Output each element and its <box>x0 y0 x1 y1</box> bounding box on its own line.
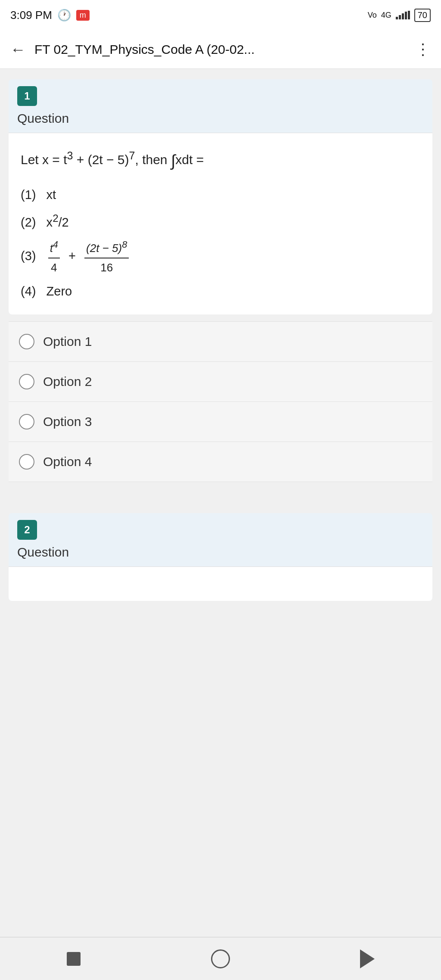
notification-icon: m <box>76 10 90 21</box>
network-4g-label: 4G <box>381 11 391 20</box>
question-2-label: Question <box>17 543 424 561</box>
question-2-content-placeholder <box>9 566 432 601</box>
question-2-card: 2 Question <box>9 513 432 601</box>
question-2-badge: 2 <box>17 520 37 540</box>
status-right: Vo 4G 70 <box>368 9 431 22</box>
home-button[interactable] <box>208 946 233 972</box>
option-4-row[interactable]: Option 4 <box>9 442 432 482</box>
recents-button[interactable] <box>61 946 87 972</box>
battery-display: 70 <box>414 9 431 22</box>
nav-bar: ← FT 02_TYM_Physics_Code A (20-02... ⋮ <box>0 30 441 69</box>
home-icon <box>211 949 230 968</box>
question-1-content: Let x = t3 + (2t − 5)7, then ∫xdt = (1) … <box>9 133 432 314</box>
question-1-card: 1 Question Let x = t3 + (2t − 5)7, then … <box>9 79 432 314</box>
more-options-button[interactable]: ⋮ <box>415 40 431 59</box>
option-1-label: Option 1 <box>43 334 92 349</box>
main-content: 1 Question Let x = t3 + (2t − 5)7, then … <box>0 69 441 670</box>
status-left: 3:09 PM 🕐 m <box>10 9 90 22</box>
options-container: Option 1 Option 2 Option 3 Option 4 <box>9 321 432 482</box>
question-2-header: 2 Question <box>9 513 432 566</box>
question-1-text: Let x = t3 + (2t − 5)7, then ∫xdt = <box>21 147 420 174</box>
option-3-radio[interactable] <box>19 414 34 429</box>
spacer-1 <box>9 492 432 506</box>
alarm-icon: 🕐 <box>57 9 71 22</box>
bottom-spacer <box>9 608 432 660</box>
time-display: 3:09 PM <box>10 9 52 22</box>
question-1-label: Question <box>17 109 424 128</box>
option-2-label: Option 2 <box>43 374 92 389</box>
choice-2: (2) x2/2 <box>21 211 420 232</box>
choice-1: (1) xt <box>21 186 420 205</box>
option-2-row[interactable]: Option 2 <box>9 362 432 402</box>
status-bar: 3:09 PM 🕐 m Vo 4G 70 <box>0 0 441 30</box>
option-1-radio[interactable] <box>19 334 34 349</box>
option-3-label: Option 3 <box>43 414 92 429</box>
signal-icon <box>396 11 410 19</box>
page-title: FT 02_TYM_Physics_Code A (20-02... <box>34 42 407 57</box>
choice-3: (3) t4 4 + (2t − 5)8 16 <box>21 238 420 276</box>
recents-icon <box>67 952 81 966</box>
question-1-badge: 1 <box>17 86 37 106</box>
option-4-label: Option 4 <box>43 454 92 469</box>
bottom-nav-bar <box>0 937 441 980</box>
back-button[interactable]: ← <box>10 40 26 59</box>
choice-4: (4) Zero <box>21 282 420 301</box>
option-4-radio[interactable] <box>19 454 34 470</box>
network-label: Vo <box>368 11 377 20</box>
option-1-row[interactable]: Option 1 <box>9 321 432 362</box>
question-1-choices: (1) xt (2) x2/2 (3) t4 4 + (2t − 5)8 16 <box>21 186 420 301</box>
option-2-radio[interactable] <box>19 374 34 389</box>
back-nav-button[interactable] <box>354 946 380 972</box>
question-1-header: 1 Question <box>9 79 432 133</box>
back-icon <box>360 949 375 968</box>
option-3-row[interactable]: Option 3 <box>9 402 432 442</box>
